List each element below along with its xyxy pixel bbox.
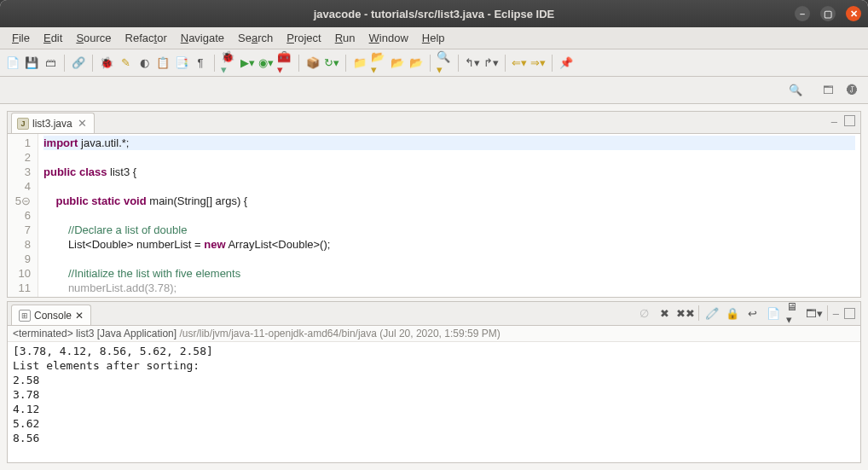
perspective-bar: 🔍 🗔 🅙 xyxy=(0,77,868,104)
console-tab-row: ⊞ Console ✕ ∅ ✖ ✖✖ 🧷 🔒 ↩ 📄 🖥▾ 🗔▾ – xyxy=(8,302,860,326)
menu-help[interactable]: Help xyxy=(415,32,452,44)
console-minimize-icon[interactable]: – xyxy=(833,307,839,320)
quick-access-icon[interactable]: 🔍 xyxy=(788,83,803,98)
pin-icon[interactable]: 📌 xyxy=(558,55,574,71)
console-pin-icon[interactable]: 🧷 xyxy=(704,305,720,321)
open-resource-icon[interactable]: 📂 xyxy=(408,55,424,71)
link-icon[interactable]: 🔗 xyxy=(71,55,86,71)
menu-navigate[interactable]: Navigate xyxy=(174,32,231,44)
close-button[interactable]: ✕ xyxy=(846,6,861,21)
console-status: <terminated> list3 [Java Application] /u… xyxy=(8,326,860,342)
menu-run[interactable]: Run xyxy=(328,32,362,44)
debug-toolbar-icon[interactable]: 🐞 xyxy=(99,55,114,71)
prev-annotation-icon[interactable]: ↰▾ xyxy=(465,55,480,71)
console-tab[interactable]: ⊞ Console ✕ xyxy=(11,305,91,325)
editor-tab-active[interactable]: J list3.java ✕ xyxy=(11,113,95,133)
console-output[interactable]: [3.78, 4.12, 8.56, 5.62, 2.58] List elem… xyxy=(8,342,860,462)
menu-bar: File Edit Source Refactor Navigate Searc… xyxy=(0,27,868,49)
console-removeall-icon[interactable]: ✖✖ xyxy=(678,305,693,321)
run-launch-icon[interactable]: ▶▾ xyxy=(240,55,255,71)
window-title: javacode - tutorials/src/list3.java - Ec… xyxy=(314,8,555,20)
menu-edit[interactable]: Edit xyxy=(37,32,69,44)
console-wordwrap-icon[interactable]: ↩ xyxy=(745,305,761,321)
editor-tab-label: list3.java xyxy=(32,118,72,130)
menu-source[interactable]: Source xyxy=(69,32,118,44)
code-lines[interactable]: import java.util.*; public class list3 {… xyxy=(38,134,860,297)
minimize-view-icon[interactable]: – xyxy=(831,115,837,128)
console-region: ⊞ Console ✕ ∅ ✖ ✖✖ 🧷 🔒 ↩ 📄 🖥▾ 🗔▾ – xyxy=(7,301,861,463)
console-remove-icon[interactable]: ✖ xyxy=(657,305,673,321)
console-maximize-icon[interactable] xyxy=(844,308,855,319)
next-annotation-icon[interactable]: ↱▾ xyxy=(483,55,499,71)
refresh-icon[interactable]: ↻▾ xyxy=(324,55,339,71)
menu-project[interactable]: Project xyxy=(280,32,327,44)
menu-search[interactable]: Search xyxy=(231,32,280,44)
java-perspective-icon[interactable]: 🅙 xyxy=(844,83,859,98)
ext-tools-icon[interactable]: 🧰▾ xyxy=(277,55,292,71)
window-titlebar: javacode - tutorials/src/list3.java - Ec… xyxy=(0,0,868,27)
minimize-button[interactable]: – xyxy=(795,6,810,21)
console-terminate-icon[interactable]: ∅ xyxy=(637,305,652,321)
forward-icon[interactable]: ⇒▾ xyxy=(530,55,546,71)
console-scroll-lock-icon[interactable]: 🔒 xyxy=(725,305,740,321)
open-type-icon[interactable]: 📂▾ xyxy=(371,55,386,71)
console-tab-close-icon[interactable]: ✕ xyxy=(75,310,84,322)
doc2-icon[interactable]: 📑 xyxy=(174,55,189,71)
line-number-gutter: 12345⊝67891011 xyxy=(8,134,38,297)
console-clear-icon[interactable]: 📄 xyxy=(766,305,781,321)
doc-icon[interactable]: 📋 xyxy=(155,55,171,71)
code-editor[interactable]: 12345⊝67891011 import java.util.*; publi… xyxy=(8,134,860,297)
main-toolbar: 📄 💾 🗃 🔗 🐞 ✎ ◐ 📋 📑 ¶ 🐞▾ ▶▾ ◉▾ 🧰▾ 📦 ↻▾ 📁 📂… xyxy=(0,49,868,77)
type-icon[interactable]: 📁 xyxy=(352,55,367,71)
debug-launch-icon[interactable]: 🐞▾ xyxy=(221,55,236,71)
maximize-button[interactable]: ▢ xyxy=(820,6,836,21)
back-icon[interactable]: ⇐▾ xyxy=(512,55,527,71)
search-toolbar-icon[interactable]: 🔍▾ xyxy=(437,55,452,71)
editor-tab-row: J list3.java ✕ – xyxy=(8,112,860,134)
save-icon[interactable]: 💾 xyxy=(24,55,39,71)
package-icon[interactable]: 📦 xyxy=(305,55,321,71)
java-file-icon: J xyxy=(17,118,29,130)
console-tab-label: Console xyxy=(34,310,72,322)
maximize-view-icon[interactable] xyxy=(844,115,855,126)
menu-window[interactable]: Window xyxy=(362,32,415,44)
menu-file[interactable]: File xyxy=(5,32,37,44)
open-perspective-icon[interactable]: 🗔 xyxy=(820,83,836,98)
new-icon[interactable]: 📄 xyxy=(5,55,20,71)
open-task-icon[interactable]: 📂 xyxy=(390,55,405,71)
menu-refactor[interactable]: Refactor xyxy=(119,32,174,44)
editor-region: J list3.java ✕ – 12345⊝67891011 import j… xyxy=(7,111,861,298)
console-open-icon[interactable]: 🗔▾ xyxy=(807,305,822,321)
coverage-icon[interactable]: ◉▾ xyxy=(258,55,274,71)
console-icon: ⊞ xyxy=(19,310,31,322)
console-display-icon[interactable]: 🖥▾ xyxy=(786,305,801,321)
highlight-icon[interactable]: ✎ xyxy=(118,55,133,71)
paragraph-icon[interactable]: ¶ xyxy=(193,55,208,71)
breakpoint-icon[interactable]: ◐ xyxy=(136,55,152,71)
saveall-icon[interactable]: 🗃 xyxy=(43,55,58,71)
tab-close-icon[interactable]: ✕ xyxy=(78,117,87,130)
